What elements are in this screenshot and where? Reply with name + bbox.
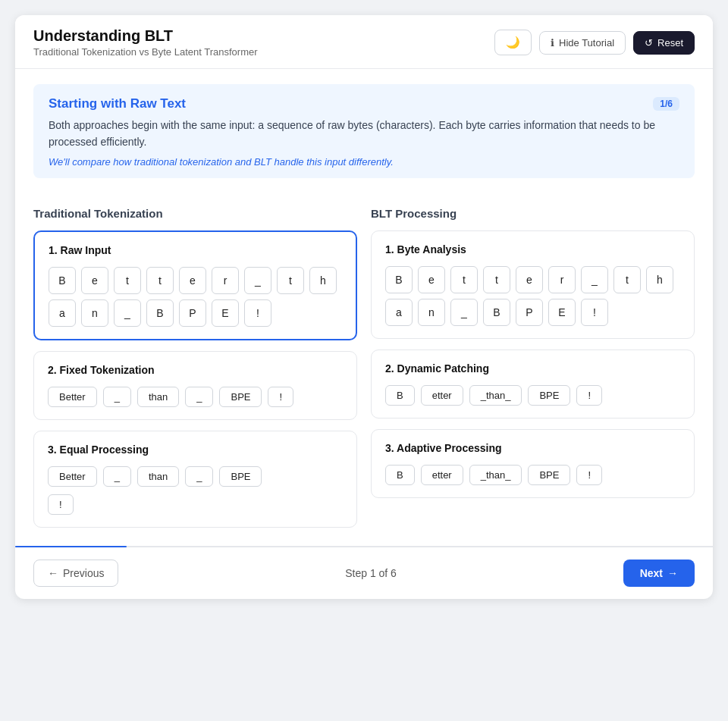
dynamic-tokens: B etter _than_ BPE ! [385, 385, 680, 406]
ap-token-bpe: BPE [528, 465, 570, 485]
ep-token-bpe: BPE [219, 466, 262, 487]
adaptive-tokens: B etter _than_ BPE ! [385, 465, 680, 485]
step-note: We'll compare how traditional tokenizati… [49, 156, 679, 168]
right-arrow-icon: → [667, 567, 678, 579]
step-indicator: Step 1 of 6 [345, 567, 397, 579]
byte-analysis-bytes: B e t t e r _ t h a n _ B P E [385, 266, 680, 326]
ap-token-exclaim: ! [576, 465, 602, 485]
byte-B: B [49, 267, 76, 294]
byte-t3: t [277, 267, 304, 294]
ep-token-underscore2: _ [185, 466, 213, 487]
equal-tokens-row2: ! [48, 494, 343, 515]
dynamic-patching-title: 2. Dynamic Patching [385, 362, 680, 375]
raw-input-title: 1. Raw Input [49, 244, 342, 256]
byte-E: E [212, 299, 239, 327]
ba-byte-a: a [385, 299, 413, 326]
ba-byte-B: B [385, 266, 413, 293]
app-container: Understanding BLT Traditional Tokenizati… [15, 15, 713, 599]
fixed-tokenization-panel: 2. Fixed Tokenization Better _ than _ BP… [33, 351, 357, 420]
ba-byte-r: r [548, 266, 576, 293]
ba-byte-n: n [418, 299, 445, 326]
raw-input-bytes: B e t t e r _ t h a n _ B P E [49, 267, 342, 327]
ba-byte-underscore2: _ [450, 299, 478, 326]
byte-underscore2: _ [114, 299, 141, 327]
equal-processing-panel: 3. Equal Processing Better _ than _ BPE … [33, 431, 357, 528]
token-underscore2: _ [185, 387, 213, 407]
bottom-nav: ← Previous Step 1 of 6 Next → [15, 547, 713, 599]
byte-t2: t [146, 267, 174, 294]
equal-processing-title: 3. Equal Processing [48, 444, 343, 456]
byte-r: r [212, 267, 239, 294]
dark-mode-button[interactable]: 🌙 [494, 30, 532, 55]
byte-e: e [81, 267, 108, 294]
dp-token-than: _than_ [469, 385, 522, 406]
right-col-title: BLT Processing [371, 207, 695, 220]
byte-B2: B [146, 299, 174, 327]
ap-token-etter: etter [421, 465, 463, 485]
left-column: Traditional Tokenization 1. Raw Input B … [33, 207, 357, 538]
ep-token-better: Better [48, 466, 97, 487]
ba-byte-underscore1: _ [581, 266, 608, 293]
top-bar-right: 🌙 ℹ Hide Tutorial ↺ Reset [494, 30, 695, 55]
byte-t1: t [114, 267, 141, 294]
step-badge: 1/6 [653, 97, 679, 111]
byte-e2: e [179, 267, 206, 294]
reset-button[interactable]: ↺ Reset [633, 31, 695, 55]
ba-byte-B2: B [483, 299, 510, 326]
ba-byte-t3: t [613, 266, 641, 293]
top-bar-left: Understanding BLT Traditional Tokenizati… [33, 27, 258, 58]
equal-tokens: Better _ than _ BPE [48, 466, 343, 487]
adaptive-processing-title: 3. Adaptive Processing [385, 442, 680, 454]
dp-token-exclaim: ! [576, 385, 602, 406]
ba-byte-E: E [548, 299, 576, 326]
adaptive-processing-panel: 3. Adaptive Processing B etter _than_ BP… [371, 429, 695, 498]
token-exclaim: ! [268, 387, 293, 407]
top-bar: Understanding BLT Traditional Tokenizati… [15, 15, 713, 69]
byte-analysis-title: 1. Byte Analysis [385, 243, 680, 255]
moon-icon: 🌙 [506, 36, 520, 49]
token-better: Better [48, 387, 97, 407]
app-subtitle: Traditional Tokenization vs Byte Latent … [33, 46, 258, 58]
ba-byte-h: h [646, 266, 673, 293]
ap-token-B: B [385, 465, 415, 485]
ba-byte-t1: t [450, 266, 478, 293]
previous-label: Previous [63, 567, 104, 579]
token-bpe: BPE [219, 387, 262, 407]
ba-byte-exclaim: ! [581, 299, 608, 326]
ap-token-than: _than_ [469, 465, 522, 485]
token-underscore1: _ [103, 387, 131, 407]
info-icon: ℹ [551, 37, 554, 49]
byte-exclaim: ! [244, 299, 271, 327]
right-column: BLT Processing 1. Byte Analysis B e t t … [371, 207, 695, 538]
app-title: Understanding BLT [33, 27, 258, 45]
dp-token-etter: etter [421, 385, 463, 406]
ba-byte-t2: t [483, 266, 510, 293]
ba-byte-P: P [516, 299, 543, 326]
byte-a: a [49, 299, 76, 327]
reset-label: Reset [657, 37, 683, 49]
byte-P: P [179, 299, 206, 327]
ep-token-exclaim: ! [48, 494, 74, 515]
bottom-bar: ← Previous Step 1 of 6 Next → [15, 546, 713, 599]
ep-token-underscore1: _ [103, 466, 131, 487]
fixed-tokens: Better _ than _ BPE ! [48, 387, 343, 407]
main-grid: Traditional Tokenization 1. Raw Input B … [33, 192, 695, 538]
byte-n: n [81, 299, 108, 327]
next-label: Next [640, 567, 663, 579]
step-banner: Starting with Raw Text 1/6 Both approach… [33, 84, 695, 178]
previous-button[interactable]: ← Previous [33, 560, 118, 587]
byte-h: h [309, 267, 337, 294]
hide-tutorial-label: Hide Tutorial [559, 37, 614, 49]
next-button[interactable]: Next → [623, 560, 695, 587]
step-header: Starting with Raw Text 1/6 [49, 96, 679, 111]
hide-tutorial-button[interactable]: ℹ Hide Tutorial [539, 31, 626, 55]
dynamic-patching-panel: 2. Dynamic Patching B etter _than_ BPE ! [371, 350, 695, 418]
byte-analysis-panel: 1. Byte Analysis B e t t e r _ t h a n _ [371, 230, 695, 339]
ba-byte-e: e [418, 266, 445, 293]
ba-byte-e2: e [516, 266, 543, 293]
fixed-tokenization-title: 2. Fixed Tokenization [48, 364, 343, 376]
raw-input-panel: 1. Raw Input B e t t e r _ t h a n _ [33, 230, 357, 340]
left-col-title: Traditional Tokenization [33, 207, 357, 220]
dp-token-B: B [385, 385, 415, 406]
step-title: Starting with Raw Text [49, 96, 186, 111]
